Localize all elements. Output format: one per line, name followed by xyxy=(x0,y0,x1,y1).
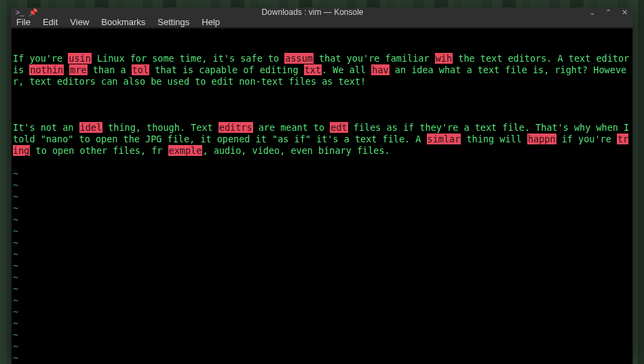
spell-error: hav xyxy=(371,64,389,75)
window-title: Downloads : vim — Konsole xyxy=(38,7,587,17)
menu-settings[interactable]: Settings xyxy=(157,17,189,27)
spell-error: edt xyxy=(330,122,347,133)
app-icon: >_ xyxy=(15,7,24,17)
menu-view[interactable]: View xyxy=(70,17,89,27)
minimize-button[interactable]: ⌄ xyxy=(587,7,596,17)
menu-bookmarks[interactable]: Bookmarks xyxy=(101,17,145,27)
konsole-window: >_ 📌 Downloads : vim — Konsole ⌄ ⌃ ✕ Fil… xyxy=(11,7,633,356)
spell-error: txt xyxy=(304,64,322,75)
vim-empty-lines: ~ ~ ~ ~ ~ ~ ~ ~ ~ ~ ~ ~ ~ ~ ~ ~ ~ ~ xyxy=(13,168,631,364)
spell-error: idel xyxy=(79,122,103,133)
maximize-button[interactable]: ⌃ xyxy=(603,7,613,17)
close-button[interactable]: ✕ xyxy=(620,7,629,17)
spell-error: wih xyxy=(435,53,453,64)
paragraph-1: If you're usin Linux for some time, it's… xyxy=(13,53,631,87)
menubar: File Edit View Bookmarks Settings Help xyxy=(11,17,633,28)
spell-error: simlar xyxy=(427,134,461,144)
spell-error: happn xyxy=(527,134,556,144)
blank-line xyxy=(13,99,631,110)
menu-help[interactable]: Help xyxy=(202,17,220,27)
spell-error: exmple xyxy=(168,145,203,156)
menu-file[interactable]: File xyxy=(16,17,31,27)
terminal-area[interactable]: If you're usin Linux for some time, it's… xyxy=(11,28,633,364)
spell-error: mre xyxy=(69,64,87,75)
titlebar: >_ 📌 Downloads : vim — Konsole ⌄ ⌃ ✕ xyxy=(11,7,633,17)
menu-edit[interactable]: Edit xyxy=(43,17,58,27)
pin-icon[interactable]: 📌 xyxy=(29,7,38,17)
spell-error: editrs xyxy=(219,122,253,133)
spell-error: tol xyxy=(132,64,149,75)
paragraph-2: It's not an idel thing, though. Text edi… xyxy=(13,122,631,157)
spell-error: nothin xyxy=(29,64,64,75)
spell-error: usin xyxy=(68,53,92,64)
spell-error: assum xyxy=(284,53,314,64)
